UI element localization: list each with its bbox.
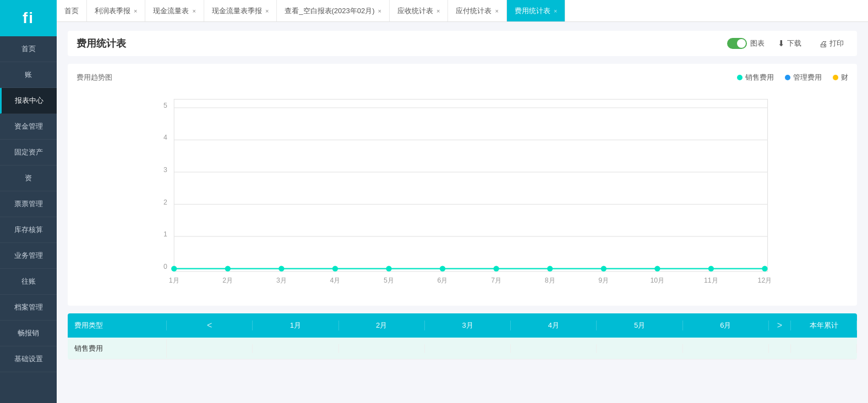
next-month-arrow[interactable]: >: [777, 321, 782, 330]
svg-point-20: [547, 266, 553, 272]
tab-payable-stats[interactable]: 应付统计表 ×: [448, 0, 506, 21]
close-tab-expense-stats[interactable]: ×: [554, 8, 557, 14]
close-tab-profit-quarterly[interactable]: ×: [134, 8, 137, 14]
td-m5: [597, 344, 683, 353]
sidebar-item-inventory[interactable]: 库存核算: [0, 217, 57, 243]
download-button[interactable]: ⬇ 下载: [773, 36, 806, 51]
header-actions: 图表 ⬇ 下载 🖨 打印: [727, 36, 848, 51]
sidebar-item-invoice[interactable]: 票票管理: [0, 191, 57, 217]
sidebar: fi 首页 账 报表中心 资金管理 固定资产 资 票票管理 库存核算 业务管理 …: [0, 0, 57, 403]
legend-label-finance: 财: [841, 73, 848, 82]
svg-text:5月: 5月: [384, 277, 394, 284]
th-month-6: 6月: [683, 321, 769, 330]
sidebar-item-basic-settings[interactable]: 基础设置: [0, 346, 57, 372]
sidebar-item-archive[interactable]: 档案管理: [0, 295, 57, 321]
close-tab-cashflow[interactable]: ×: [192, 8, 195, 14]
table-header: 费用类型 < 1月 2月 3月 4月 5月 6月 > 本年累计: [68, 313, 857, 338]
td-m3: [425, 344, 511, 353]
legend-admin-expense: 管理费用: [785, 73, 822, 82]
svg-text:2: 2: [163, 198, 167, 206]
th-expense-type: 费用类型: [68, 321, 167, 330]
svg-point-14: [225, 266, 231, 272]
chart-container: 0 1 2 3 4 5: [77, 88, 848, 297]
sidebar-item-expense[interactable]: 畅报销: [0, 321, 57, 346]
svg-point-23: [708, 266, 714, 272]
main-content: 首页 利润表季报 × 现金流量表 × 现金流量表季报 × 查看_空白报表(202…: [57, 0, 868, 403]
legend-finance-expense: 财: [833, 73, 848, 82]
svg-text:4月: 4月: [330, 277, 340, 284]
svg-point-15: [279, 266, 284, 272]
prev-month-arrow[interactable]: <: [207, 321, 212, 330]
svg-text:4: 4: [163, 134, 167, 141]
sidebar-item-assets[interactable]: 资: [0, 165, 57, 191]
close-tab-cashflow-quarterly[interactable]: ×: [265, 8, 269, 14]
svg-text:12月: 12月: [758, 277, 772, 284]
legend-label-admin: 管理费用: [793, 73, 822, 82]
chart-toggle-wrap[interactable]: 图表: [727, 38, 765, 49]
legend-dot-sales: [737, 75, 743, 80]
tab-bar: 首页 利润表季报 × 现金流量表 × 现金流量表季报 × 查看_空白报表(202…: [57, 0, 868, 22]
svg-text:5: 5: [163, 102, 167, 109]
sidebar-item-report-center[interactable]: 报表中心: [0, 88, 57, 114]
th-month-4: 4月: [511, 321, 597, 330]
svg-point-18: [440, 266, 445, 272]
td-nav-empty: [769, 344, 791, 353]
th-total: 本年累计: [791, 321, 857, 330]
close-tab-receivable-stats[interactable]: ×: [436, 8, 440, 14]
page-header: 费用统计表 图表 ⬇ 下载 🖨 打印: [68, 31, 857, 56]
legend-label-sales: 销售费用: [745, 73, 774, 82]
table-section: 费用类型 < 1月 2月 3月 4月 5月 6月 > 本年累计 销售费用: [68, 313, 857, 360]
svg-text:11月: 11月: [704, 277, 718, 284]
svg-rect-12: [174, 100, 767, 272]
chart-svg: 0 1 2 3 4 5: [77, 88, 848, 297]
th-month-5: 5月: [597, 321, 683, 330]
svg-text:1月: 1月: [169, 277, 179, 284]
td-m4: [511, 344, 597, 353]
th-month-3: 3月: [425, 321, 511, 330]
td-m1: [253, 344, 339, 353]
tab-cashflow-quarterly[interactable]: 现金流量表季报 ×: [204, 0, 277, 21]
svg-point-21: [601, 266, 607, 272]
legend-dot-finance: [833, 75, 838, 80]
svg-text:3月: 3月: [276, 277, 287, 284]
svg-text:0: 0: [163, 263, 167, 270]
legend-dot-admin: [785, 75, 790, 80]
print-button[interactable]: 🖨 打印: [815, 36, 848, 51]
td-empty-nav: [167, 344, 253, 353]
td-m6: [683, 344, 769, 353]
svg-text:6月: 6月: [438, 277, 448, 284]
sidebar-item-home[interactable]: 首页: [0, 36, 57, 62]
sidebar-item-account[interactable]: 账: [0, 62, 57, 88]
legend-sales-expense: 销售费用: [737, 73, 774, 82]
close-tab-blank-report[interactable]: ×: [378, 8, 381, 14]
td-m2: [339, 344, 425, 353]
svg-point-19: [493, 266, 499, 272]
tab-home[interactable]: 首页: [57, 0, 87, 21]
sidebar-item-receivable[interactable]: 往账: [0, 269, 57, 295]
table-row: 销售费用: [68, 338, 857, 360]
svg-point-22: [654, 266, 660, 272]
sidebar-item-fixed-assets[interactable]: 固定资产: [0, 140, 57, 165]
chart-toggle[interactable]: [727, 38, 747, 49]
tab-cashflow[interactable]: 现金流量表 ×: [145, 0, 204, 21]
sidebar-item-business[interactable]: 业务管理: [0, 243, 57, 269]
svg-point-17: [386, 266, 391, 272]
chart-section: 费用趋势图 销售费用 管理费用 财: [68, 64, 857, 306]
tab-expense-stats[interactable]: 费用统计表 ×: [507, 0, 565, 21]
th-nav-prev[interactable]: <: [167, 321, 253, 330]
svg-text:8月: 8月: [545, 277, 555, 284]
download-icon: ⬇: [778, 38, 785, 48]
sidebar-logo: fi: [0, 0, 57, 36]
th-month-1: 1月: [253, 321, 339, 330]
sidebar-item-fund-management[interactable]: 资金管理: [0, 114, 57, 140]
svg-text:10月: 10月: [650, 277, 664, 284]
tab-blank-report[interactable]: 查看_空白报表(2023年02月) ×: [277, 0, 390, 21]
close-tab-payable-stats[interactable]: ×: [495, 8, 498, 14]
content-area: 费用统计表 图表 ⬇ 下载 🖨 打印 费用趋势图: [57, 22, 868, 403]
th-nav-next[interactable]: >: [769, 321, 791, 330]
svg-text:9月: 9月: [598, 277, 609, 284]
tab-receivable-stats[interactable]: 应收统计表 ×: [390, 0, 448, 21]
tab-profit-quarterly[interactable]: 利润表季报 ×: [87, 0, 145, 21]
chart-toggle-label: 图表: [750, 38, 765, 48]
svg-point-16: [332, 266, 338, 272]
